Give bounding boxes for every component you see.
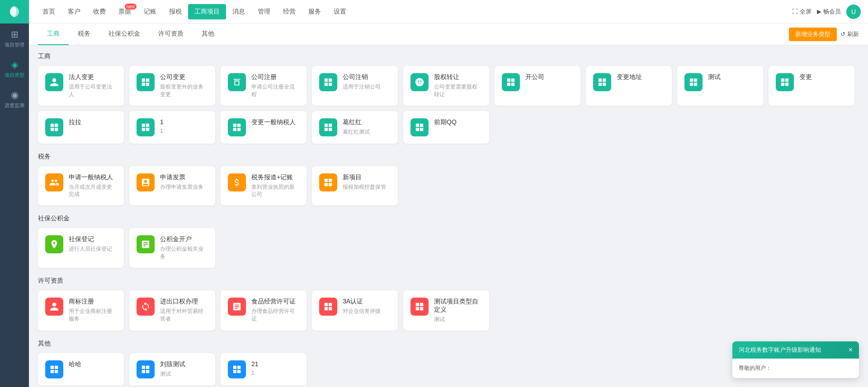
- card-test[interactable]: 测试: [677, 66, 763, 106]
- notification-title: 河北税务数字账户升级影响通知: [739, 346, 821, 354]
- card-title-lala: 拉拉: [69, 118, 117, 126]
- card-title-front-qq: 前期QQ: [434, 118, 482, 126]
- svg-rect-30: [142, 128, 145, 131]
- svg-rect-6: [325, 83, 328, 86]
- card-desc-company-change: 股权变更外的业务变更: [160, 83, 208, 98]
- sidebar-item-project-type[interactable]: ◈ 项目类型: [0, 54, 29, 84]
- card-desc-legal-change: 适用于公司变更法人: [69, 83, 117, 98]
- svg-rect-13: [603, 79, 606, 82]
- card-content-liu-peng-test: 刘胲测试 测试: [160, 360, 208, 378]
- card-title-equity-transfer: 股权转让: [434, 73, 482, 81]
- card-change-address[interactable]: 变更地址: [586, 66, 672, 106]
- card-one[interactable]: 1 1: [129, 111, 215, 144]
- fullscreen-btn[interactable]: ⛶ 全屏: [792, 8, 811, 16]
- card-title-test: 测试: [708, 73, 756, 81]
- user-avatar[interactable]: U: [846, 5, 861, 19]
- nav-item-home[interactable]: 首页: [36, 0, 61, 23]
- member-btn[interactable]: ▶ 畅会员: [817, 8, 841, 16]
- svg-rect-29: [146, 123, 149, 126]
- nav-item-industry[interactable]: 工商项目: [188, 4, 226, 19]
- card-content-equity-transfer: 股权转让 公司变更需要股权转让: [434, 73, 482, 98]
- card-front-qq[interactable]: 前期QQ: [403, 111, 489, 144]
- card-icon-one: [137, 118, 155, 136]
- card-title-new-project: 新项目: [343, 173, 391, 182]
- card-icon-test-type: [410, 298, 429, 316]
- tab-social[interactable]: 社保公积金: [99, 23, 149, 45]
- sidebar-item-label: 进度监测: [5, 102, 24, 109]
- card-test-type[interactable]: 测试项目类型自定义 测试: [403, 290, 489, 331]
- card-apply-invoice[interactable]: 申请发票 办理申请发票业务: [129, 166, 215, 206]
- card-change-taxpayer[interactable]: 变更一般纳税人: [221, 111, 307, 144]
- card-new-project[interactable]: 新项目 报税加税控盘保管: [312, 166, 398, 206]
- notification-close-button[interactable]: ×: [849, 346, 853, 354]
- svg-rect-24: [51, 123, 54, 126]
- card-lala[interactable]: 拉拉: [38, 111, 124, 144]
- svg-rect-17: [694, 79, 697, 82]
- new-type-button[interactable]: 新增业务类型: [789, 28, 837, 41]
- card-apply-taxpayer[interactable]: 申请一般纳税人 当月或次月成变更完成: [38, 166, 124, 206]
- card-mohonghong[interactable]: 葛红红 葛红红测试: [312, 111, 398, 144]
- svg-rect-58: [51, 369, 54, 373]
- card-equity-transfer[interactable]: 股权转让 公司变更需要股权转让: [403, 66, 489, 106]
- cards-grid-industry: 法人变更 适用于公司变更法人 公司变更 股权变更外的业务变更 公司注册: [38, 66, 859, 144]
- section-title-industry: 工商: [38, 52, 859, 61]
- card-trademark[interactable]: 商标注册 用于企业商标注册服务: [38, 290, 124, 331]
- tab-license[interactable]: 许可资质: [149, 23, 193, 45]
- nav-item-tickets[interactable]: 票据 new: [112, 0, 137, 23]
- card-icon-haha: [45, 360, 63, 378]
- sidebar-item-project-manage[interactable]: ⊞ 项目管理: [0, 23, 29, 54]
- card-content-company-change: 公司变更 股权变更外的业务变更: [160, 73, 208, 98]
- tickets-badge: new: [125, 4, 137, 9]
- tab-other[interactable]: 其他: [193, 23, 223, 45]
- refresh-button[interactable]: ↺ 刷新: [840, 30, 859, 38]
- card-icon-social-reg: [45, 235, 63, 253]
- card-content-change-address: 变更地址: [617, 73, 665, 83]
- nav-item-messages[interactable]: 消息: [226, 0, 251, 23]
- card-liu-peng-test[interactable]: 刘胲测试 测试: [129, 353, 215, 386]
- svg-rect-23: [785, 83, 788, 86]
- card-social-reg[interactable]: 社保登记 进行人员社保登记: [38, 228, 124, 268]
- card-title-twenty-one: 21: [251, 360, 299, 368]
- card-haha[interactable]: 哈哈: [38, 353, 124, 386]
- nav-item-customer[interactable]: 客户: [61, 0, 87, 23]
- card-legal-change[interactable]: 法人变更 适用于公司变更法人: [38, 66, 124, 106]
- svg-rect-14: [599, 83, 602, 86]
- card-import-export[interactable]: 进出口权办理 适用于对外贸易经营者: [129, 290, 215, 331]
- nav-item-operations[interactable]: 经营: [277, 0, 302, 23]
- main-wrapper: 首页 客户 收费 票据 new 记账 报税 工商项目 消息 管理 经营 服务 设…: [29, 0, 868, 387]
- card-desc-import-export: 适用于对外贸易经营者: [160, 308, 208, 323]
- sidebar-item-progress-monitor[interactable]: ◉ 进度监测: [0, 84, 29, 114]
- card-company-change[interactable]: 公司变更 股权变更外的业务变更: [129, 66, 215, 106]
- nav-item-accounting[interactable]: 记账: [137, 0, 163, 23]
- card-content-mohonghong: 葛红红 葛红红测试: [343, 118, 391, 136]
- svg-rect-12: [599, 79, 602, 82]
- card-icon-legal-change: [45, 73, 63, 91]
- tab-tax[interactable]: 税务: [69, 23, 99, 45]
- svg-rect-7: [329, 83, 332, 86]
- tab-industry[interactable]: 工商: [38, 23, 69, 45]
- card-change[interactable]: 变更: [769, 66, 854, 106]
- svg-rect-28: [142, 123, 145, 126]
- card-desc-fund-open: 办理公积金相关业务: [160, 245, 208, 261]
- card-title-tax-report: 税务报道+记账: [251, 173, 299, 182]
- refresh-label: 刷新: [847, 30, 859, 38]
- nav-item-tax[interactable]: 报税: [163, 0, 188, 23]
- section-title-license: 许可资质: [38, 277, 859, 285]
- card-company-reg[interactable]: 公司注册 申请公司注册全流程: [221, 66, 307, 106]
- nav-item-management[interactable]: 管理: [251, 0, 277, 23]
- card-company-cancel[interactable]: 公司注销 适用于注销公司: [312, 66, 398, 106]
- card-open-company[interactable]: 开公司: [495, 66, 580, 106]
- card-twenty-one[interactable]: 21 1: [221, 353, 307, 386]
- card-food-license[interactable]: 食品经营许可证 办理食品经营许可证: [221, 290, 307, 331]
- card-content-legal-change: 法人变更 适用于公司变更法人: [69, 73, 117, 98]
- card-fund-open[interactable]: 公积金开户 办理公积金相关业务: [129, 228, 215, 268]
- svg-rect-65: [237, 365, 241, 368]
- nav-item-services[interactable]: 服务: [302, 0, 327, 23]
- card-3a-cert[interactable]: 3A认证 对企业信誉评级: [312, 290, 398, 331]
- card-title-company-cancel: 公司注销: [343, 73, 391, 81]
- nav-item-billing[interactable]: 收费: [87, 0, 112, 23]
- content-area: 工商 法人变更 适用于公司变更法人 公司变更 股权变更外的业务变更: [29, 45, 868, 387]
- nav-item-settings[interactable]: 设置: [327, 0, 353, 23]
- card-tax-report[interactable]: 税务报道+记账 拿到营业执照的新公司: [221, 166, 307, 206]
- card-desc-food-license: 办理食品经营许可证: [251, 308, 299, 323]
